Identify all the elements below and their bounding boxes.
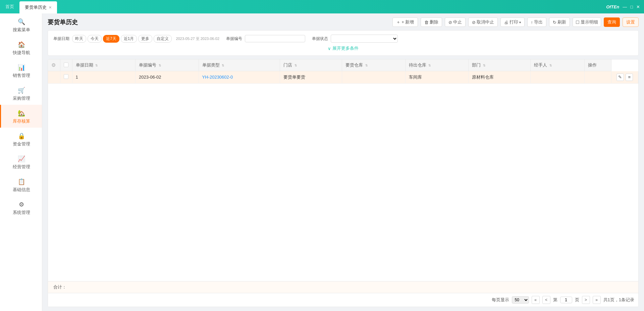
table-scroll-area[interactable]: ⚙ 单据日期 ⇅ 单据编号 ⇅ [48,59,638,281]
th-ops: 操作 [585,59,611,71]
sidebar-item-ops-mgmt[interactable]: 📈 经营管理 [0,150,42,173]
tab-order-history[interactable]: 要货单历史 ✕ [19,1,57,13]
th-pending-warehouse-sort-icon: ⇅ [428,64,431,67]
tab-close-icon[interactable]: ✕ [49,5,52,10]
last-page-btn[interactable]: » [593,296,601,304]
first-page-btn[interactable]: « [532,296,540,304]
purchase-mgmt-icon: 🛒 [18,87,25,94]
th-handler-label: 经手人 [534,62,547,68]
status-select[interactable] [331,35,398,43]
page-label-before: 第 [553,297,557,303]
th-type-sort-icon: ⇅ [222,64,224,67]
sidebar-item-basic-info[interactable]: 📋 基础信息 [0,173,42,196]
chevron-down-icon: ∨ [328,46,331,51]
export-icon: ↑ [531,20,533,25]
summary-label: 合计： [53,284,66,290]
sidebar-item-sales-mgmt[interactable]: 📊 销售管理 [0,59,42,82]
table-row[interactable]: 1 2023-06-02 YH-20230602-0 要货单要货 [48,71,638,84]
export-button[interactable]: ↑ 导出 [527,17,547,27]
date-btn-custom[interactable]: 自定义 [154,35,172,43]
th-store: 门店 ⇅ [280,59,342,71]
sidebar-item-quick-nav[interactable]: 🏠 快捷导航 [0,36,42,59]
query-button[interactable]: 查询 [604,17,620,27]
cancel-stop-button[interactable]: ⊘ 取消中止 [468,17,498,27]
td-req-warehouse: 车间库 [405,71,469,84]
date-btn-1month[interactable]: 近1月 [121,35,137,43]
row-edit-icon[interactable]: ✎ [616,74,624,81]
date-range-display: 2023-05-27 至 2023-06-02 [176,36,219,41]
th-handler: 经手人 ⇅ [531,59,585,71]
top-bar: 首页 要货单历史 ✕ OfTEn — □ ✕ [0,0,644,13]
next-page-btn[interactable]: > [582,296,590,304]
td-num: 1 [72,71,136,84]
date-btn-today[interactable]: 今天 [88,35,102,43]
table-header: ⚙ 单据日期 ⇅ 单据编号 ⇅ [48,59,638,71]
content-area: 要货单历史 ＋ + 新增 🗑 删除 ⊘ 中止 ⊘ 取消中止 [42,13,644,311]
sidebar-item-purchase-mgmt[interactable]: 🛒 采购管理 [0,82,42,105]
tab-home[interactable]: 首页 [0,0,19,13]
th-date: 单据日期 ⇅ [72,59,136,71]
top-bar-right: OfTEn — □ ✕ [606,4,644,9]
prev-page-btn[interactable]: < [542,296,550,304]
stop-button[interactable]: ⊘ 中止 [445,17,466,27]
th-pending-warehouse: 待出仓库 ⇅ [405,59,469,71]
export-label: 导出 [534,19,543,25]
th-ops-label: 操作 [588,62,597,68]
per-page-select[interactable]: 20 50 100 [512,296,529,304]
toolbar: ＋ + 新增 🗑 删除 ⊘ 中止 ⊘ 取消中止 🖨 打印 [392,17,639,27]
settings-button[interactable]: 设置 [623,17,639,27]
date-btn-more[interactable]: 更多 [138,35,152,43]
add-button[interactable]: ＋ + 新增 [392,17,418,27]
add-icon: ＋ [396,19,400,25]
th-checkbox [60,59,72,71]
tab-bar: 首页 要货单历史 ✕ [0,0,57,13]
page-label-after: 页 [575,297,579,303]
th-store-label: 门店 [283,62,292,68]
td-type: 要货单要货 [280,71,342,84]
th-orderno-sort-icon: ⇅ [159,64,161,67]
select-all-checkbox[interactable] [64,62,68,67]
close-btn[interactable]: ✕ [636,4,640,9]
table-settings-icon[interactable]: ⚙ [51,62,56,68]
td-checkbox [60,71,72,84]
row-more-icon[interactable]: ≡ [626,74,633,81]
th-handler-sort-icon: ⇅ [549,64,552,67]
minimize-btn[interactable]: — [623,4,627,9]
expand-more-label: 展开更多条件 [332,45,359,51]
date-btn-7days[interactable]: 近7天 [103,35,119,43]
display-cell-btn[interactable]: ☐ 显示明细 [573,17,601,27]
orderno-input[interactable] [245,35,305,42]
row-pending-warehouse: 原材料仓库 [472,75,494,80]
row-type: 要货单要货 [283,75,305,80]
expand-more-btn[interactable]: ∨ 展开更多条件 [53,45,633,51]
print-button[interactable]: 🖨 打印 ▾ [500,17,525,27]
th-type-label: 单据类型 [202,62,220,68]
page-input[interactable] [560,297,572,303]
row-orderno-link[interactable]: YH-20230602-0 [202,75,233,80]
date-filter-btns: 昨天 今天 近7天 近1月 更多 自定义 [72,35,172,43]
td-dept [531,71,585,84]
date-filter-group: 单据日期 昨天 今天 近7天 近1月 更多 自定义 2023-05-27 至 2… [53,35,219,43]
page-title-bar: 要货单历史 ＋ + 新增 🗑 删除 ⊘ 中止 ⊘ 取消中止 [48,17,639,27]
basic-info-icon: 📋 [18,178,25,185]
refresh-button[interactable]: ↻ 刷新 [549,17,570,27]
sidebar-item-search-menu[interactable]: 🔍 搜索菜单 [0,13,42,36]
sidebar-item-inventory-mgmt[interactable]: 🏡 库存核算 [0,105,42,128]
td-ops: ✎ ≡ [611,71,638,84]
cancel-stop-label: 取消中止 [477,19,494,25]
row-checkbox[interactable] [64,74,68,79]
delete-button[interactable]: 🗑 删除 [421,17,442,27]
filter-row: 单据日期 昨天 今天 近7天 近1月 更多 自定义 2023-05-27 至 2… [53,35,633,43]
sidebar-item-finance-mgmt[interactable]: 🔒 资金管理 [0,128,42,150]
display-cell-label: 显示明细 [581,19,598,25]
maximize-btn[interactable]: □ [630,4,633,9]
sidebar-item-sys-mgmt[interactable]: ⚙ 系统管理 [0,196,42,219]
page-title: 要货单历史 [48,18,78,26]
sidebar-item-basic-info-label: 基础信息 [13,187,30,193]
data-table: ⚙ 单据日期 ⇅ 单据编号 ⇅ [48,59,638,84]
pagination-bar: 每页显示 20 50 100 « < 第 页 > » 共1页，1条记录 [48,293,638,307]
table-container: ⚙ 单据日期 ⇅ 单据编号 ⇅ [48,59,639,307]
quick-nav-icon: 🏠 [18,41,25,48]
delete-icon: 🗑 [424,20,429,25]
date-btn-yesterday[interactable]: 昨天 [72,35,86,43]
